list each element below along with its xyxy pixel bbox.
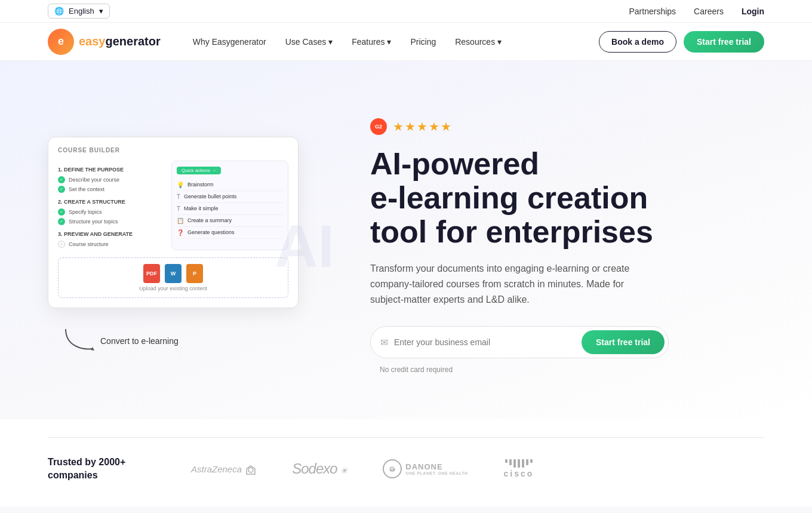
check-icon: ✓	[58, 176, 65, 183]
file-icons-row: PDF W P	[64, 264, 282, 283]
pdf-icon: PDF	[143, 264, 160, 283]
check-icon: ✓	[58, 208, 65, 216]
mockup-left-col: 1. DEFINE THE PURPOSE ✓ Describe your co…	[58, 161, 164, 250]
main-navigation: e easygenerator Why Easygenerator Use Ca…	[0, 23, 812, 61]
start-trial-button[interactable]: Start free trial	[582, 330, 665, 354]
chevron-down-icon: ▾	[387, 37, 391, 47]
upload-section: PDF W P Upload your existing content	[58, 257, 288, 298]
action-summary: 📋 Create a summary	[177, 215, 283, 227]
action-questions: ❓ Generate questions	[177, 227, 283, 239]
action-brainstorm: 💡 Brainstorm	[177, 179, 283, 191]
hero-subtitle: Transform your documents into engaging e…	[370, 261, 657, 307]
email-icon: ✉	[380, 337, 388, 348]
bullets-icon: T	[177, 193, 180, 200]
sodexo-logo: Sodexo ✳	[292, 460, 347, 477]
careers-link[interactable]: Careers	[694, 7, 724, 16]
g2-badge: G2	[370, 118, 387, 135]
check-icon: ✓	[58, 186, 65, 193]
company-logos: AstraZeneca Sodexo ✳	[191, 459, 764, 478]
nav-actions: Book a demo Start free trial	[599, 31, 764, 53]
word-icon: W	[165, 264, 182, 283]
top-bar-links: Partnerships Careers Login	[629, 7, 765, 16]
mockup-title: COURSE BUILDER	[58, 147, 288, 153]
trusted-label: Trusted by 2000+ companies	[48, 456, 155, 483]
logo-icon: e	[48, 29, 74, 55]
upload-label: Upload your existing content	[64, 285, 282, 291]
cisco-bars	[505, 459, 533, 468]
logo[interactable]: e easygenerator	[48, 29, 161, 55]
mockup-steps-row: 1. DEFINE THE PURPOSE ✓ Describe your co…	[58, 161, 288, 250]
astrazeneca-logo: AstraZeneca	[191, 463, 256, 475]
svg-point-1	[248, 468, 253, 472]
nav-use-cases[interactable]: Use Cases ▾	[277, 32, 341, 51]
nav-resources[interactable]: Resources ▾	[447, 32, 510, 51]
chevron-down-icon: ▾	[99, 7, 103, 16]
course-builder-mockup: COURSE BUILDER 1. DEFINE THE PURPOSE ✓ D…	[48, 137, 299, 308]
cisco-logo: cisco	[504, 459, 534, 478]
step-1-item-2: ✓ Set the context	[58, 186, 164, 193]
globe-icon: 🌐	[54, 7, 64, 16]
step-3-title: 3. PREVIEW AND GENERATE	[58, 231, 164, 237]
action-bullets: T Generate bullet points	[177, 191, 283, 203]
start-trial-nav-button[interactable]: Start free trial	[684, 31, 764, 53]
step-2-title: 2. CREATE A STRUCTURE	[58, 199, 164, 205]
quick-actions-badge: Quick actions →	[177, 167, 221, 174]
mockup-right-col: Quick actions → 💡 Brainstorm T Generate …	[171, 161, 288, 250]
trusted-section: Trusted by 2000+ companies AstraZeneca S…	[0, 419, 812, 506]
check-icon: ✓	[58, 218, 65, 225]
convert-label: Convert to e-learning	[100, 336, 179, 346]
star-rating: ★★★★★	[393, 119, 453, 134]
no-credit-text: No credit card required	[380, 365, 764, 374]
trusted-content: Trusted by 2000+ companies AstraZeneca S…	[48, 456, 764, 483]
partnerships-link[interactable]: Partnerships	[629, 7, 676, 16]
email-input[interactable]	[394, 337, 576, 347]
step-1-item-1: ✓ Describe your course	[58, 176, 164, 183]
nav-items: Why Easygenerator Use Cases ▾ Features ▾…	[184, 32, 599, 51]
summary-icon: 📋	[177, 217, 184, 224]
arrow-curve-icon	[60, 326, 96, 356]
step-1-title: 1. DEFINE THE PURPOSE	[58, 167, 164, 173]
language-label: English	[69, 7, 94, 16]
step-2-item-2: ✓ Structure your topics	[58, 218, 164, 225]
simplify-icon: T	[177, 205, 180, 212]
hero-right: G2 ★★★★★ AI-powered e-learning creation …	[370, 118, 764, 374]
hero-image: COURSE BUILDER 1. DEFINE THE PURPOSE ✓ D…	[48, 137, 334, 356]
login-link[interactable]: Login	[742, 7, 764, 16]
nav-why[interactable]: Why Easygenerator	[184, 32, 275, 51]
trusted-divider	[48, 437, 764, 438]
chevron-down-icon: ▾	[497, 37, 502, 47]
chevron-down-icon: ▾	[328, 37, 333, 47]
hero-section: COURSE BUILDER 1. DEFINE THE PURPOSE ✓ D…	[0, 61, 812, 419]
empty-circle: ○	[58, 241, 65, 248]
brainstorm-icon: 💡	[177, 182, 184, 188]
step-2-item-1: ✓ Specify topics	[58, 208, 164, 216]
language-selector[interactable]: 🌐 English ▾	[48, 4, 110, 19]
danone-logo: 🌍 DANONE ONE PLANET. ONE HEALTH	[383, 459, 467, 478]
questions-icon: ❓	[177, 229, 184, 236]
nav-features[interactable]: Features ▾	[343, 32, 399, 51]
action-simplify: T Make it simple	[177, 203, 283, 215]
step-3-item-1: ○ Course structure	[58, 241, 164, 248]
email-form: ✉ Start free trial	[370, 326, 669, 358]
nav-pricing[interactable]: Pricing	[402, 32, 444, 51]
ppt-icon: P	[186, 264, 203, 283]
top-bar: 🌐 English ▾ Partnerships Careers Login	[0, 0, 812, 23]
book-demo-button[interactable]: Book a demo	[599, 31, 676, 53]
hero-title: AI-powered e-learning creation tool for …	[370, 147, 764, 250]
logo-text: easygenerator	[79, 35, 161, 48]
rating-row: G2 ★★★★★	[370, 118, 764, 135]
